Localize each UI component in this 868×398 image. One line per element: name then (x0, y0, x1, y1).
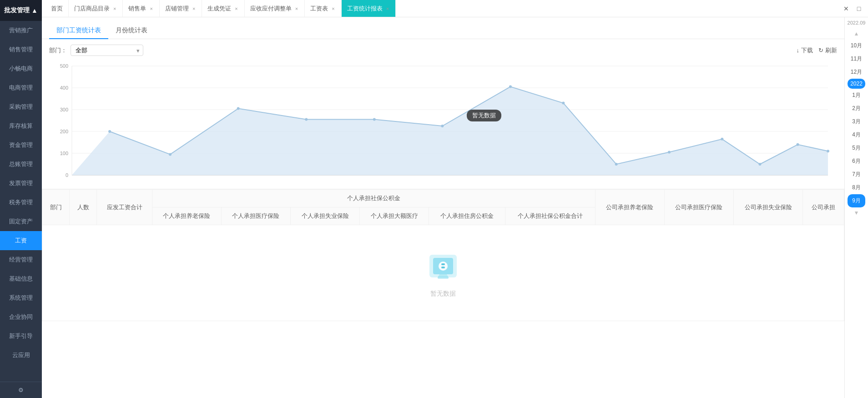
sidebar-item-固定资产[interactable]: 固定资产 (0, 212, 42, 231)
right-panel-nav-up[interactable]: ▲ (851, 28, 862, 39)
no-data-text: 暂无数据 (430, 290, 456, 298)
sub-tabs: 部门工资统计表月份统计表 (42, 17, 844, 39)
sidebar-item-经营管理[interactable]: 经营管理 (0, 250, 42, 269)
sidebar-title-arrow: ▲ (31, 7, 38, 14)
tab-门店商品目录[interactable]: 门店商品目录× (69, 0, 123, 17)
download-label: 下载 (801, 46, 813, 55)
tab-close-工资统计报表[interactable]: × (385, 5, 390, 12)
dept-select[interactable]: 全部 (71, 45, 143, 56)
tab-首页[interactable]: 首页 (45, 0, 69, 17)
toolbar: 部门： 全部 ↓ 下载 ↻ 刷新 (42, 39, 844, 61)
sidebar-item-库存核算[interactable]: 库存核算 (0, 116, 42, 136)
sidebar-item-基础信息[interactable]: 基础信息 (0, 269, 42, 288)
sidebar-item-采购管理[interactable]: 采购管理 (0, 97, 42, 116)
dept-label: 部门： (49, 46, 67, 55)
tab-应收应付调整单[interactable]: 应收应付调整单× (245, 0, 305, 17)
sidebar-item-新手引导[interactable]: 新手引导 (0, 327, 42, 346)
right-panel-item-9月[interactable]: 9月 (848, 194, 865, 207)
tab-店铺管理[interactable]: 店铺管理× (160, 0, 202, 17)
tab-close-工资表[interactable]: × (331, 5, 335, 12)
svg-point-27 (797, 143, 799, 146)
right-panel: 2022.09 ▲ 10月11月12月20221月2月3月4月5月6月7月8月9… (844, 17, 868, 398)
tab-bar-restore-btn[interactable]: □ (853, 3, 864, 14)
sidebar-item-小畅电商[interactable]: 小畅电商 (0, 59, 42, 78)
tab-工资统计报表[interactable]: 工资统计报表× (342, 0, 396, 17)
tab-工资表[interactable]: 工资表× (305, 0, 341, 17)
right-panel-item-11月[interactable]: 11月 (848, 52, 865, 65)
right-panel-item-2月[interactable]: 2月 (848, 102, 865, 115)
right-panel-item-8月[interactable]: 8月 (848, 181, 865, 194)
svg-text:0: 0 (66, 172, 68, 178)
svg-rect-32 (441, 263, 445, 265)
right-panel-item-4月[interactable]: 4月 (848, 128, 865, 141)
settings-button[interactable]: ⚙ (0, 382, 42, 398)
right-panel-item-3月[interactable]: 3月 (848, 115, 865, 128)
tab-bar-actions: ✕ □ (841, 3, 864, 14)
svg-text:400: 400 (60, 85, 68, 91)
chart-container: 5004003002001000 暂无数据 (42, 61, 844, 189)
th-personal-5: 个人承担社保公积金合计 (505, 207, 595, 225)
tab-close-应收应付调整单[interactable]: × (294, 5, 299, 12)
sidebar-item-工资[interactable]: 工资 (0, 231, 42, 250)
download-button[interactable]: ↓ 下载 (797, 46, 813, 55)
sidebar-item-云应用[interactable]: 云应用 (0, 346, 42, 365)
svg-text:200: 200 (60, 129, 68, 134)
th-company-other: 公司承担 (803, 190, 844, 225)
th-personal-1: 个人承担医疗保险 (221, 207, 290, 225)
settings-icon: ⚙ (18, 387, 24, 393)
th-personal-4: 个人承担住房公积金 (429, 207, 505, 225)
th-total-wage: 应发工资合计 (97, 190, 152, 225)
right-panel-item-7月[interactable]: 7月 (848, 168, 865, 181)
right-panel-item-1月[interactable]: 1月 (848, 89, 865, 102)
tab-bar-close-btn[interactable]: ✕ (841, 3, 852, 14)
sidebar-item-企业协同[interactable]: 企业协同 (0, 307, 42, 327)
tab-close-生成凭证[interactable]: × (234, 5, 238, 12)
main-content: 部门工资统计表月份统计表 部门： 全部 ↓ 下载 (42, 17, 844, 398)
sidebar-item-销售管理[interactable]: 销售管理 (0, 40, 42, 59)
tab-销售单[interactable]: 销售单× (123, 0, 159, 17)
th-personal-2: 个人承担失业保险 (290, 207, 359, 225)
svg-point-26 (758, 163, 761, 166)
sidebar-item-电商管理[interactable]: 电商管理 (0, 78, 42, 97)
dept-select-wrapper[interactable]: 全部 (71, 45, 143, 56)
svg-point-28 (827, 150, 829, 152)
svg-point-23 (615, 163, 618, 166)
svg-point-25 (721, 138, 723, 141)
svg-point-31 (439, 262, 448, 271)
sub-tab-部门工资统计表[interactable]: 部门工资统计表 (49, 23, 108, 39)
th-company-medical: 公司承担医疗保险 (664, 190, 733, 225)
right-panel-item-5月[interactable]: 5月 (848, 141, 865, 155)
sidebar-item-资金管理[interactable]: 资金管理 (0, 136, 42, 155)
sidebar-item-发票管理[interactable]: 发票管理 (0, 174, 42, 193)
toolbar-right: ↓ 下载 ↻ 刷新 (797, 46, 838, 55)
tab-close-销售单[interactable]: × (149, 5, 153, 12)
sidebar-item-系统管理[interactable]: 系统管理 (0, 288, 42, 307)
main-area: 首页门店商品目录×销售单×店铺管理×生成凭证×应收应付调整单×工资表×工资统计报… (42, 0, 868, 398)
right-panel-nav-down[interactable]: ▼ (851, 207, 862, 218)
sidebar-item-总账管理[interactable]: 总账管理 (0, 155, 42, 174)
svg-point-22 (562, 102, 565, 105)
table-wrapper[interactable]: 部门 人数 应发工资合计 个人承担社保公积金 公司承担养老保险 公司承担医疗保险… (42, 189, 844, 398)
refresh-button[interactable]: ↻ 刷新 (818, 46, 837, 55)
right-panel-item-2022[interactable]: 2022 (848, 79, 865, 89)
sub-tab-月份统计表[interactable]: 月份统计表 (108, 23, 155, 39)
tab-close-门店商品目录[interactable]: × (112, 5, 117, 12)
sidebar-title-text: 批发管理 (4, 6, 30, 15)
th-personal-0: 个人承担养老保险 (152, 207, 221, 225)
tab-close-店铺管理[interactable]: × (192, 5, 196, 12)
svg-point-21 (509, 86, 512, 88)
right-panel-item-10月[interactable]: 10月 (848, 39, 865, 52)
data-table: 部门 人数 应发工资合计 个人承担社保公积金 公司承担养老保险 公司承担医疗保险… (42, 189, 844, 321)
right-panel-item-6月[interactable]: 6月 (848, 155, 865, 168)
svg-point-19 (373, 118, 376, 121)
th-company-pension: 公司承担养老保险 (595, 190, 664, 225)
right-panel-item-12月[interactable]: 12月 (848, 65, 865, 79)
sidebar-item-营销推广[interactable]: 营销推广 (0, 21, 42, 40)
right-panel-current-date: 2022.09 (846, 17, 868, 28)
sidebar-title[interactable]: 批发管理 ▲ (0, 0, 42, 21)
svg-point-24 (668, 151, 671, 154)
sidebar-item-税务管理[interactable]: 税务管理 (0, 193, 42, 212)
th-company-unemploy: 公司承担失业保险 (734, 190, 803, 225)
tab-生成凭证[interactable]: 生成凭证× (202, 0, 244, 17)
no-data-icon (425, 248, 461, 284)
